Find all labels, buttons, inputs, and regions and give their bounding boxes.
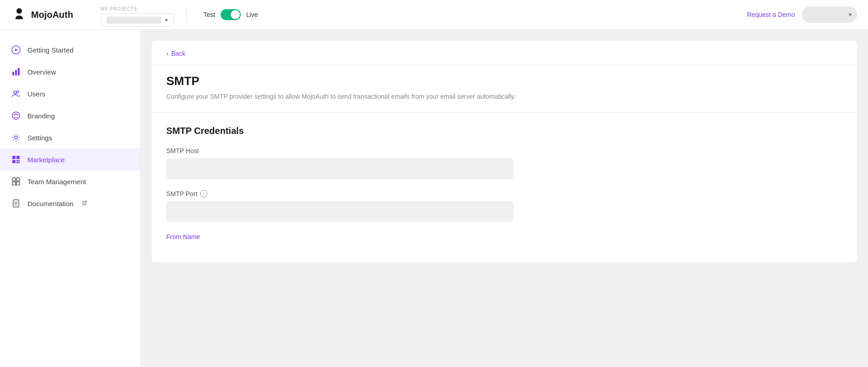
svg-rect-16 [16,160,18,162]
users-icon [11,89,21,99]
sidebar: Getting Started Overview [0,30,141,367]
logo-text: MojoAuth [31,10,73,20]
sidebar-label-users: Users [27,90,45,98]
svg-point-10 [16,113,17,115]
svg-rect-13 [12,156,16,159]
sidebar-item-branding[interactable]: Branding [0,105,140,127]
page-title: SMTP [166,65,842,88]
svg-point-12 [15,136,17,139]
sidebar-label-getting-started: Getting Started [27,46,74,54]
back-chevron-icon: ‹ [166,50,169,57]
logo[interactable]: MojoAuth [11,6,73,23]
sidebar-label-settings: Settings [27,134,52,142]
layout: Getting Started Overview [0,30,868,367]
svg-point-9 [14,114,16,116]
toggle-section: Test Live [203,9,258,20]
sidebar-label-overview: Overview [27,68,56,76]
external-link-icon [82,200,87,207]
svg-marker-2 [15,48,18,51]
logo-icon [11,6,27,23]
page-description: Configure your SMTP provider settings to… [166,92,842,101]
user-avatar[interactable]: ▾ [802,6,857,23]
svg-rect-3 [12,72,14,75]
project-name [106,16,161,24]
smtp-host-field-group: SMTP Host [166,147,842,179]
header-right: Request a Demo ▾ [747,6,857,23]
smtp-port-label: SMTP Port i [166,190,842,197]
sidebar-item-settings[interactable]: Settings [0,127,140,149]
sidebar-label-documentation: Documentation [27,200,74,207]
team-management-icon [11,176,21,186]
back-link[interactable]: ‹ Back [166,50,842,57]
smtp-port-input[interactable] [166,201,513,222]
sidebar-label-marketplace: Marketplace [27,156,65,164]
from-name-field-group: From Name [166,233,842,240]
header-divider [186,8,187,21]
svg-rect-17 [19,160,20,162]
marketplace-icon [11,154,21,165]
smtp-port-field-group: SMTP Port i [166,190,842,222]
play-circle-icon [11,45,21,55]
svg-rect-22 [16,182,20,185]
content-card: ‹ Back SMTP Configure your SMTP provider… [152,41,857,262]
svg-point-8 [12,112,20,119]
my-projects-label: MY PROJECTS [101,6,174,11]
svg-rect-21 [12,182,16,185]
test-live-toggle[interactable] [221,9,241,20]
sidebar-item-users[interactable]: Users [0,83,140,105]
live-label: Live [246,11,258,18]
sidebar-label-branding: Branding [27,112,55,120]
gear-icon [11,133,21,143]
svg-rect-4 [15,70,17,75]
sidebar-item-overview[interactable]: Overview [0,61,140,83]
doc-icon [11,198,21,208]
palette-icon [11,111,21,121]
sidebar-item-marketplace[interactable]: Marketplace [0,149,140,170]
sidebar-item-documentation[interactable]: Documentation [0,192,140,214]
svg-rect-19 [12,178,16,181]
svg-rect-15 [12,160,16,163]
request-demo-link[interactable]: Request a Demo [747,11,795,18]
svg-rect-14 [16,156,20,159]
svg-rect-5 [18,68,20,75]
main-content: ‹ Back SMTP Configure your SMTP provider… [141,30,868,367]
svg-point-0 [16,8,22,14]
bar-chart-icon [11,67,21,77]
chevron-down-icon: ▾ [165,17,168,23]
sidebar-label-team-management: Team Management [27,178,86,186]
sidebar-item-getting-started[interactable]: Getting Started [0,39,140,61]
chevron-down-icon-user: ▾ [849,11,852,18]
smtp-port-info-icon[interactable]: i [200,190,207,197]
project-selector-container: MY PROJECTS ▾ [101,3,174,27]
svg-rect-20 [16,178,20,181]
test-label: Test [203,11,215,18]
sidebar-item-team-management[interactable]: Team Management [0,170,140,192]
back-section: ‹ Back [152,41,857,65]
header: MojoAuth MY PROJECTS ▾ Test Live Request… [0,0,868,30]
svg-rect-18 [16,162,20,164]
section-title: SMTP Credentials [152,113,857,147]
smtp-host-label: SMTP Host [166,147,842,154]
form-section: SMTP Host SMTP Port i From Name [152,147,857,262]
svg-point-7 [17,91,19,93]
from-name-label: From Name [166,233,842,240]
smtp-host-input[interactable] [166,158,513,179]
svg-point-11 [17,114,18,116]
project-dropdown[interactable]: ▾ [101,13,174,27]
svg-point-6 [14,91,16,94]
